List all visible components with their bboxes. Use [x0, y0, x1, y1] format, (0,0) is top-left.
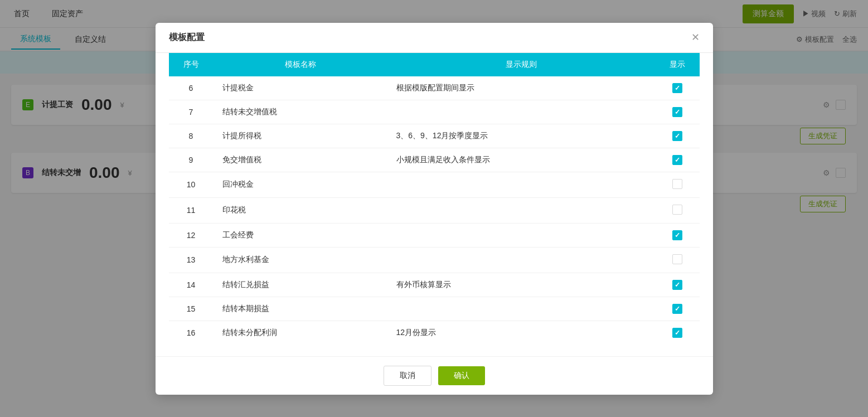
table-row: 7结转未交增值税: [169, 100, 700, 124]
modal-body: 序号 模板名称 显示规则 显示 6计提税金根据模版配置期间显示7结转未交增值税8…: [156, 53, 713, 356]
modal-footer: 取消 确认: [156, 356, 713, 395]
table-row: 15结转本期损益: [169, 297, 700, 321]
modal-overlay: 模板配置 ✕ 序号 模板名称 显示规则 显示 6计提税金根据模版配置期间显: [0, 0, 868, 417]
cell-name-5: 印花税: [214, 197, 387, 223]
cell-name-8: 结转汇兑损益: [214, 273, 387, 297]
cell-name-10: 结转未分配利润: [214, 321, 387, 343]
cell-name-6: 工会经费: [214, 223, 387, 247]
cell-index-1: 7: [169, 100, 214, 124]
row-checkbox-7[interactable]: [672, 254, 682, 264]
cell-name-9: 结转本期损益: [214, 297, 387, 321]
table-row: 13地方水利基金: [169, 247, 700, 273]
table-row: 8计提所得税3、6、9、12月按季度显示: [169, 124, 700, 148]
cell-name-4: 回冲税金: [214, 172, 387, 197]
cell-checkbox-0: [655, 76, 700, 100]
row-checkbox-9[interactable]: [672, 304, 682, 314]
cell-checkbox-1: [655, 100, 700, 124]
cell-name-7: 地方水利基金: [214, 247, 387, 273]
table-row: 9免交增值税小规模且满足收入条件显示: [169, 148, 700, 172]
table-row: 14结转汇兑损益有外币核算显示: [169, 273, 700, 297]
col-header-name: 模板名称: [214, 53, 387, 76]
cell-index-7: 13: [169, 247, 214, 273]
cell-rule-9: [387, 297, 655, 321]
cancel-button[interactable]: 取消: [384, 366, 431, 386]
cell-rule-4: [387, 172, 655, 197]
table-header: 序号 模板名称 显示规则 显示: [169, 53, 700, 76]
cell-checkbox-5: [655, 197, 700, 223]
row-checkbox-3[interactable]: [672, 155, 682, 165]
row-checkbox-4[interactable]: [672, 179, 682, 189]
row-checkbox-5[interactable]: [672, 205, 682, 215]
cell-index-8: 14: [169, 273, 214, 297]
cell-rule-1: [387, 100, 655, 124]
cell-checkbox-6: [655, 223, 700, 247]
cell-index-5: 11: [169, 197, 214, 223]
row-checkbox-2[interactable]: [672, 131, 682, 141]
cell-rule-3: 小规模且满足收入条件显示: [387, 148, 655, 172]
cell-checkbox-3: [655, 148, 700, 172]
cell-rule-8: 有外币核算显示: [387, 273, 655, 297]
row-checkbox-8[interactable]: [672, 280, 682, 290]
cell-index-0: 6: [169, 76, 214, 100]
table-row: 6计提税金根据模版配置期间显示: [169, 76, 700, 100]
cell-checkbox-2: [655, 124, 700, 148]
cell-name-1: 结转未交增值税: [214, 100, 387, 124]
row-checkbox-10[interactable]: [672, 328, 682, 338]
cell-rule-6: [387, 223, 655, 247]
cell-rule-2: 3、6、9、12月按季度显示: [387, 124, 655, 148]
cell-checkbox-7: [655, 247, 700, 273]
cell-checkbox-4: [655, 172, 700, 197]
cell-index-4: 10: [169, 172, 214, 197]
cell-name-0: 计提税金: [214, 76, 387, 100]
table-row: 12工会经费: [169, 223, 700, 247]
cell-rule-7: [387, 247, 655, 273]
cell-name-2: 计提所得税: [214, 124, 387, 148]
cell-index-3: 9: [169, 148, 214, 172]
config-table: 序号 模板名称 显示规则 显示 6计提税金根据模版配置期间显示7结转未交增值税8…: [169, 53, 700, 343]
row-checkbox-0[interactable]: [672, 83, 682, 93]
cell-index-6: 12: [169, 223, 214, 247]
cell-index-9: 15: [169, 297, 214, 321]
table-body: 6计提税金根据模版配置期间显示7结转未交增值税8计提所得税3、6、9、12月按季…: [169, 76, 700, 343]
table-row: 10回冲税金: [169, 172, 700, 197]
cell-index-10: 16: [169, 321, 214, 343]
cell-rule-5: [387, 197, 655, 223]
template-config-modal: 模板配置 ✕ 序号 模板名称 显示规则 显示 6计提税金根据模版配置期间显: [156, 23, 713, 395]
col-header-rule: 显示规则: [387, 53, 655, 76]
cell-checkbox-10: [655, 321, 700, 343]
row-checkbox-6[interactable]: [672, 230, 682, 240]
modal-close-button[interactable]: ✕: [691, 32, 700, 42]
cell-rule-10: 12月份显示: [387, 321, 655, 343]
col-header-index: 序号: [169, 53, 214, 76]
col-header-show: 显示: [655, 53, 700, 76]
cell-checkbox-9: [655, 297, 700, 321]
table-scroll-wrapper[interactable]: 序号 模板名称 显示规则 显示 6计提税金根据模版配置期间显示7结转未交增值税8…: [169, 53, 700, 343]
table-row: 11印花税: [169, 197, 700, 223]
cell-checkbox-8: [655, 273, 700, 297]
cell-name-3: 免交增值税: [214, 148, 387, 172]
modal-header: 模板配置 ✕: [156, 23, 713, 53]
confirm-button[interactable]: 确认: [438, 366, 485, 385]
row-checkbox-1[interactable]: [672, 107, 682, 117]
modal-title: 模板配置: [169, 32, 205, 43]
cell-rule-0: 根据模版配置期间显示: [387, 76, 655, 100]
table-row: 16结转未分配利润12月份显示: [169, 321, 700, 343]
cell-index-2: 8: [169, 124, 214, 148]
